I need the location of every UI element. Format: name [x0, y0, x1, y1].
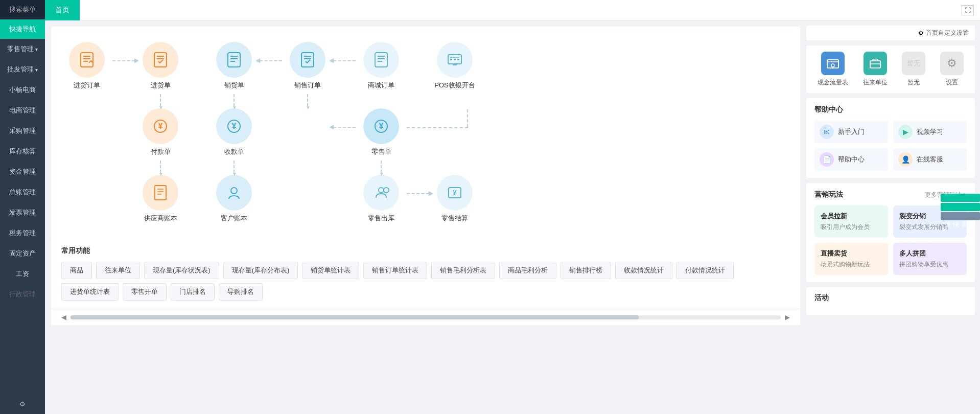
sidebar-item-ecom[interactable]: 电商管理 [0, 100, 45, 121]
svg-rect-14 [375, 53, 387, 67]
sidebar-item-finance[interactable]: 资金管理 [0, 162, 45, 182]
common-functions-grid: 商品 往来单位 现存量(库存状况表) 现存量(库存分布表) 销货单统计表 销售订… [61, 262, 790, 301]
btn-xcl2[interactable]: 现存量(库存分布表) [223, 262, 298, 279]
common-functions-title: 常用功能 [61, 246, 790, 256]
help-item-service[interactable]: 👤 在线客服 [893, 148, 967, 171]
chevron-down-icon: ▾ [35, 47, 38, 52]
node-kh-zb[interactable]: 客户账本 [208, 175, 260, 223]
svg-text:¥: ¥ [232, 122, 237, 130]
sidebar-item-purchase[interactable]: 采购管理 [0, 121, 45, 141]
node-xs-order[interactable]: 销售订单 [282, 42, 333, 90]
sidebar-item-tax[interactable]: 税务管理 [0, 223, 45, 243]
svg-rect-23 [453, 64, 457, 65]
quick-icon-units[interactable]: 往来单位 [863, 52, 888, 87]
svg-rect-21 [454, 59, 456, 60]
pos-connector [407, 109, 468, 145]
btn-shangpin[interactable]: 商品 [61, 262, 92, 279]
quick-icon-none[interactable]: 暂无 暂无 [902, 52, 925, 87]
flow-row2: ¥ 付款单 ¥ 收款单 [61, 108, 790, 156]
btn-xsdd-stat[interactable]: 销售订单统计表 [363, 262, 427, 279]
btn-jhd-stat[interactable]: 进货单统计表 [61, 283, 119, 301]
help-item-video[interactable]: ▶ 视频学习 [893, 121, 967, 143]
btn-wldy[interactable]: 往来单位 [96, 262, 140, 279]
node-ls-dan[interactable]: ¥ 零售单 [356, 108, 407, 156]
topbar: 首页 ⛶ [45, 0, 980, 20]
main-wrapper: 首页 ⛶ 进货订单 [45, 0, 980, 414]
help-item-help[interactable]: 📄 帮助中心 [814, 148, 888, 171]
activity-title: 活动 [814, 293, 967, 303]
expand-button[interactable]: ⛶ [962, 5, 974, 15]
btn-lsdk[interactable]: 零售开单 [123, 283, 167, 301]
svg-rect-7 [228, 53, 240, 67]
svg-point-36 [384, 188, 389, 193]
sidebar-item-invoice[interactable]: 发票管理 [0, 202, 45, 223]
svg-rect-4 [154, 53, 167, 67]
arrow-5: ▶ [407, 176, 429, 212]
node-fk-dan[interactable]: ¥ 付款单 [135, 108, 186, 156]
activity-section: 活动 [806, 287, 975, 315]
arrow-2: ◀ [260, 43, 282, 79]
quick-icon-cashflow[interactable]: 现金流量表 [818, 52, 848, 87]
arrow-1: ▶ [112, 43, 135, 79]
common-functions: 常用功能 商品 往来单位 现存量(库存状况表) 现存量(库存分布表) 销货单统计… [51, 238, 800, 309]
v-arrows-row1: ▼ ▼ [61, 94, 790, 106]
node-xh-dan[interactable]: 销货单 [208, 42, 260, 90]
node-jh-dan[interactable]: 进货单 [135, 42, 186, 90]
content-area: 进货订单 ▶ 进货单 [45, 20, 980, 414]
sidebar-item-retail[interactable]: 零售管理▾ [0, 39, 45, 59]
flow-card: 进货订单 ▶ 进货单 [51, 27, 800, 238]
sidebar-item-inventory[interactable]: 库存核算 [0, 141, 45, 162]
help-item-beginner[interactable]: ✉ 新手入门 [814, 121, 888, 143]
quick-icon-settings[interactable]: ⚙ 设置 [940, 52, 964, 87]
marketing-item-live[interactable]: 直播卖货 场景式购物新玩法 [814, 243, 888, 275]
float-btn-community[interactable]: 服务社区 [941, 203, 980, 211]
sidebar-item-salary[interactable]: 工资 [0, 264, 45, 284]
scroll-right-arrow[interactable]: ▶ [785, 313, 790, 321]
svg-point-41 [831, 64, 834, 67]
help-title: 帮助中心 [814, 105, 967, 114]
quick-icons: 现金流量表 往来单位 暂无 暂无 ⚙ 设置 [806, 45, 975, 93]
sidebar-nav-active[interactable]: 快捷导航 [0, 19, 45, 39]
node-ls-ck[interactable]: 零售出库 [356, 175, 407, 223]
btn-xs-rank[interactable]: 销售排行榜 [561, 262, 611, 279]
topbar-right: ⛶ [962, 5, 980, 15]
beginner-icon: ✉ [820, 125, 834, 139]
float-btn-desktop[interactable]: 桌面快捷 [941, 212, 980, 220]
scroll-track [71, 315, 781, 319]
svg-rect-0 [81, 53, 93, 67]
svg-point-34 [231, 188, 237, 194]
tab-home[interactable]: 首页 [45, 0, 80, 20]
svg-rect-20 [450, 59, 452, 60]
node-sc-order[interactable]: 商城订单 [356, 42, 407, 90]
sidebar-settings[interactable]: ⚙ [0, 394, 45, 414]
btn-mspf[interactable]: 门店排名 [171, 283, 215, 301]
btn-fk-stat[interactable]: 付款情况统计 [676, 262, 734, 279]
btn-xhd-stat[interactable]: 销货单统计表 [302, 262, 359, 279]
marketing-item-group[interactable]: 多人拼团 拼团购物享受优惠 [893, 243, 967, 275]
btn-dgpf[interactable]: 导购排名 [219, 283, 263, 301]
svg-text:¥: ¥ [379, 122, 384, 130]
gear-icon: ⚙ [918, 30, 924, 37]
customize-link[interactable]: 首页自定义设置 [926, 29, 969, 37]
scroll-left-arrow[interactable]: ◀ [61, 313, 66, 321]
node-ls-js[interactable]: ¥ 零售结算 [429, 175, 480, 223]
sidebar-item-ecom-small[interactable]: 小畅电商 [0, 80, 45, 100]
btn-xs-moli[interactable]: 销售毛利分析表 [431, 262, 495, 279]
node-jh-order[interactable]: 进货订单 [61, 42, 112, 90]
btn-xcl1[interactable]: 现存量(库存状况表) [144, 262, 219, 279]
node-gys-zb[interactable]: 供应商账本 [135, 175, 186, 223]
btn-sk-stat[interactable]: 收款情况统计 [615, 262, 672, 279]
scroll-thumb[interactable] [71, 315, 639, 319]
marketing-item-member[interactable]: 会员拉新 吸引用户成为会员 [814, 205, 888, 238]
sidebar-item-ledger[interactable]: 总账管理 [0, 182, 45, 202]
sidebar-item-admin[interactable]: 行政管理 [0, 284, 45, 305]
node-sk-dan[interactable]: ¥ 收款单 [208, 108, 260, 156]
svg-rect-22 [457, 59, 459, 60]
chevron-down-icon: ▾ [35, 67, 38, 73]
sidebar-item-assets[interactable]: 固定资产 [0, 243, 45, 264]
sidebar-item-wholesale[interactable]: 批发管理▾ [0, 59, 45, 80]
node-pos[interactable]: POS收银开台 [429, 42, 480, 90]
btn-sp-moli[interactable]: 商品毛利分析 [499, 262, 556, 279]
sidebar-search[interactable]: 搜索菜单 [0, 0, 45, 19]
float-btn-service[interactable]: 客服热线 [941, 194, 980, 202]
